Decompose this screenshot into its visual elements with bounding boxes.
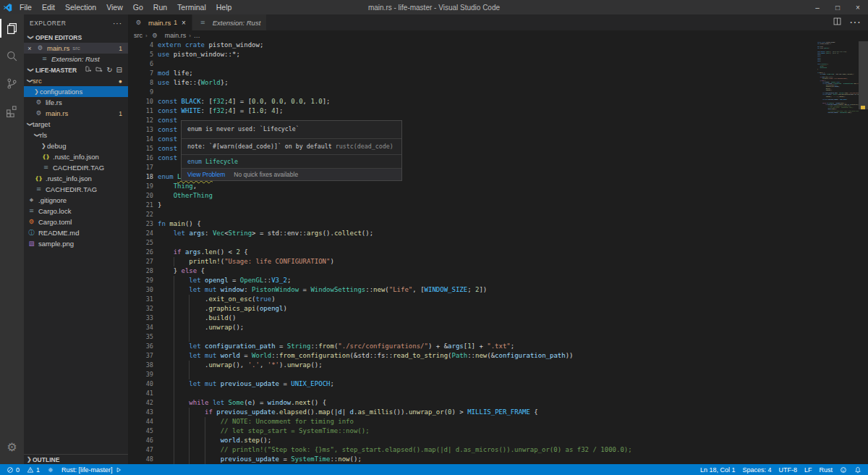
- menu-help[interactable]: Help: [211, 3, 237, 12]
- indent-guide: [174, 455, 174, 464]
- status-warnings[interactable]: 1: [23, 464, 43, 475]
- open-editor-main-rs[interactable]: ×⚙main.rssrc1: [24, 43, 128, 54]
- minimize-button[interactable]: –: [807, 0, 827, 14]
- folder-actions: ↻⊟: [85, 66, 127, 75]
- tree-item-rls[interactable]: ❯rls: [24, 130, 128, 140]
- status-encoding[interactable]: UTF-8: [775, 464, 801, 475]
- tag-file-icon: ≡: [34, 186, 43, 193]
- line-text: const WHITE: [f32;4] = [1.0; 4];: [158, 106, 283, 116]
- indent-guide: [189, 426, 190, 436]
- manage-gear-icon[interactable]: ⚙: [0, 434, 24, 461]
- quick-fix-status: No quick fixes available: [234, 171, 298, 178]
- extensions-icon[interactable]: [0, 97, 24, 125]
- status-cursor-position[interactable]: Ln 18, Col 1: [697, 464, 739, 475]
- tree-item-cargo-toml[interactable]: ⚙Cargo.toml: [24, 217, 128, 227]
- status-eol[interactable]: LF: [801, 464, 816, 475]
- tree-item-debug[interactable]: ❯debug: [24, 140, 128, 151]
- close-button[interactable]: ×: [848, 0, 868, 14]
- status-errors[interactable]: 0: [3, 464, 23, 475]
- maximize-button[interactable]: □: [827, 0, 848, 14]
- tab-extension-rust[interactable]: ≡Extension: Rust: [192, 14, 268, 30]
- source-control-icon[interactable]: [0, 70, 24, 97]
- indent-guide: [174, 408, 174, 417]
- tree-item-configurations[interactable]: ❯configurations: [24, 86, 128, 97]
- code-line: 33 .build(): [128, 314, 868, 323]
- line-number: 8: [128, 78, 153, 88]
- breadcrumb-item-src[interactable]: src: [134, 32, 142, 39]
- tree-item-life-rs[interactable]: ⚙life.rs: [24, 97, 128, 108]
- tree-item-main-rs[interactable]: ⚙main.rs1: [24, 108, 128, 119]
- line-text: .graphics_api(opengl): [158, 304, 287, 314]
- line-number: 25: [128, 238, 153, 248]
- tree-item-label: .gitignore: [38, 196, 67, 204]
- tree-item-cargo-lock[interactable]: ≡Cargo.lock: [24, 206, 128, 217]
- menu-terminal[interactable]: Terminal: [172, 3, 211, 12]
- explorer-icon[interactable]: [0, 14, 24, 42]
- tree-item--rustc-info-json[interactable]: {}.rustc_info.json: [24, 151, 128, 162]
- open-editor-extension-rust[interactable]: ≡Extension: Rust: [24, 54, 128, 64]
- breadcrumb-item-main-rs[interactable]: main.rs: [165, 32, 187, 39]
- status-rls-status[interactable]: Rust: [life-master]: [58, 464, 126, 475]
- bell-icon: [854, 466, 861, 474]
- code-line: 31 .exit_on_esc(true): [128, 295, 868, 304]
- indent-guide: [189, 295, 190, 304]
- line-number: 40: [128, 379, 153, 389]
- open-editors-header[interactable]: ❯ OPEN EDITORS: [24, 32, 128, 43]
- refresh-icon[interactable]: ↻: [106, 67, 112, 74]
- outline-section-header[interactable]: ❯ OUTLINE: [24, 454, 128, 464]
- code-line: 4extern crate piston_window;: [128, 41, 868, 50]
- sidebar-title: EXPLORER: [30, 20, 66, 27]
- line-number: 26: [128, 248, 153, 257]
- status-feedback[interactable]: [836, 464, 851, 475]
- line-text: let opengl = OpenGL::V3_2;: [158, 276, 291, 285]
- menu-edit[interactable]: Edit: [37, 3, 60, 12]
- breadcrumb[interactable]: src›⚙main.rs›…: [128, 30, 868, 41]
- tab-close-icon[interactable]: ×: [182, 19, 186, 27]
- code-line: 25: [128, 238, 868, 248]
- tree-item--gitignore[interactable]: ◆.gitignore: [24, 195, 128, 206]
- code-line: 26 if args.len() < 2 {: [128, 248, 868, 257]
- tree-item-src[interactable]: ❯src●: [24, 75, 128, 86]
- scrollbar-thumb[interactable]: [859, 41, 868, 109]
- menu-file[interactable]: File: [14, 3, 37, 12]
- new-file-icon[interactable]: [85, 66, 92, 75]
- search-icon[interactable]: [0, 42, 24, 70]
- tree-item-cachedir-tag[interactable]: ≡CACHEDIR.TAG: [24, 162, 128, 173]
- tree-item-label: Cargo.toml: [38, 218, 72, 226]
- tree-item--rustc-info-json[interactable]: {}.rustc_info.json: [24, 173, 128, 184]
- menu-view[interactable]: View: [101, 3, 128, 12]
- menu-run[interactable]: Run: [148, 3, 172, 12]
- menu-go[interactable]: Go: [128, 3, 148, 12]
- tab-main-rs[interactable]: ⚙main.rs1×: [128, 14, 192, 30]
- code-editor[interactable]: 4extern crate piston_window;5use piston_…: [128, 41, 868, 464]
- minimap[interactable]: extern crate piston_window;use piston_wi…: [817, 41, 859, 464]
- more-actions-icon[interactable]: ···: [849, 16, 861, 29]
- tree-item-label: configurations: [40, 88, 82, 96]
- view-problem-link[interactable]: View Problem: [187, 171, 225, 178]
- line-text: mod life;: [158, 69, 193, 78]
- status-language-mode[interactable]: Rust: [815, 464, 836, 475]
- tree-item-cachedir-tag[interactable]: ≡CACHEDIR.TAG: [24, 184, 128, 195]
- tree-item-target[interactable]: ❯target: [24, 119, 128, 130]
- tree-item-label: life.rs: [46, 98, 62, 106]
- tree-item-sample-png[interactable]: ▨sample.png: [24, 238, 128, 249]
- split-editor-icon[interactable]: [833, 16, 842, 29]
- editor-scrollbar[interactable]: [859, 41, 868, 464]
- status-rust-extension[interactable]: [43, 464, 58, 475]
- new-folder-icon[interactable]: [95, 66, 103, 75]
- close-icon[interactable]: ×: [24, 45, 35, 52]
- status-notifications[interactable]: [851, 464, 865, 475]
- tree-item-label: target: [33, 120, 50, 128]
- status-indentation[interactable]: Spaces: 4: [739, 464, 775, 475]
- chevron-right-icon: ❯: [34, 88, 40, 95]
- explorer-actions-icon[interactable]: ···: [113, 20, 122, 28]
- line-number: 13: [128, 125, 153, 135]
- breadcrumb-item--[interactable]: …: [194, 32, 200, 39]
- menu-selection[interactable]: Selection: [60, 3, 101, 12]
- tree-item-readme-md[interactable]: ⓘREADME.md: [24, 227, 128, 238]
- indent-guide: [174, 285, 174, 295]
- editor-desc: src: [72, 45, 80, 51]
- indent-guide: [174, 295, 174, 304]
- collapse-all-icon[interactable]: ⊟: [116, 67, 122, 74]
- folder-section-header[interactable]: ❯ LIFE-MASTER ↻⊟: [24, 64, 128, 75]
